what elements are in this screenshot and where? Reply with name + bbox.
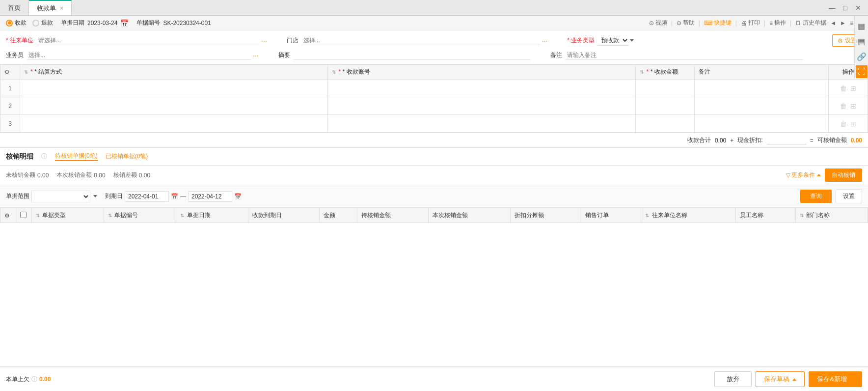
auto-writeoff-btn[interactable]: 自动核销 <box>825 168 862 182</box>
table-settings-icon[interactable]: ⚙ <box>4 69 10 76</box>
history-btn[interactable]: 🗒 历史单据 <box>795 19 826 27</box>
th-checkbox: ⚙ <box>0 208 16 223</box>
qf-settings-btn[interactable]: 设置 <box>836 189 862 203</box>
current-verif-field: 本次核销金额 0.00 <box>56 171 105 179</box>
sidebar-icon-4[interactable]: ⛶ <box>856 65 868 78</box>
cell-settlement-3[interactable] <box>20 115 328 133</box>
cell-settlement-1[interactable] <box>20 80 328 97</box>
counterpart-more-btn[interactable]: ··· <box>261 37 267 45</box>
delete-icon-3[interactable]: 🗑 <box>840 120 847 128</box>
sidebar-icon-1[interactable]: ▦ <box>856 20 867 33</box>
due-date-to-input[interactable] <box>188 191 232 202</box>
cell-account-2[interactable] <box>328 97 636 115</box>
help-btn[interactable]: ⊙ 帮助 <box>677 19 695 27</box>
bottom-info-icon[interactable]: ⓘ <box>31 375 37 384</box>
sidebar-icon-2[interactable]: ▤ <box>856 35 867 48</box>
cell-account-3[interactable] <box>328 115 636 133</box>
sort-icon-doc-type: ⇅ <box>36 213 40 218</box>
radio-refund[interactable]: 退款 <box>32 19 53 27</box>
summary-label: 摘要 <box>278 51 290 59</box>
range-select[interactable] <box>31 191 90 202</box>
verification-info-icon[interactable]: ⓘ <box>41 152 47 161</box>
tab-home[interactable]: 首页 <box>0 0 29 15</box>
abandon-btn[interactable]: 放弃 <box>714 371 752 387</box>
diff-value: 0.00 <box>139 172 150 179</box>
tab-done[interactable]: 已核销单据(0笔) <box>106 152 148 161</box>
radio-receipt[interactable]: 收款 <box>6 19 27 27</box>
salesperson-more-btn[interactable]: ··· <box>253 52 259 59</box>
select-all-checkbox[interactable] <box>20 212 27 218</box>
filter-right: ▽ 更多条件 自动核销 <box>786 168 862 182</box>
due-date-from-calendar-icon[interactable]: 📅 <box>171 193 178 200</box>
current-value: 0.00 <box>39 376 51 383</box>
due-date-to-calendar-icon[interactable]: 📅 <box>234 193 242 200</box>
cell-amount-3[interactable] <box>636 115 695 133</box>
shortcut-btn[interactable]: ⌨ 快捷键 <box>704 19 732 27</box>
current-label: 本单上欠 <box>6 375 29 384</box>
row-num-1: 1 <box>0 80 20 97</box>
salesperson-input[interactable] <box>27 51 251 60</box>
counterpart-input[interactable] <box>36 36 259 45</box>
print-btn[interactable]: 🖨 打印 <box>741 19 760 27</box>
nav-prev-btn[interactable]: ◄ <box>830 20 836 27</box>
radio-refund-label: 退款 <box>41 19 53 27</box>
tab-pending[interactable]: 待核销单据(0笔) <box>55 152 98 161</box>
tab-close-icon[interactable]: × <box>60 5 63 12</box>
window-maximize-btn[interactable]: □ <box>841 3 850 13</box>
store-more-btn[interactable]: ··· <box>542 37 548 45</box>
sort-icon-counterpart: ⇅ <box>645 213 649 218</box>
cell-note-2[interactable] <box>695 97 829 115</box>
operation-btn[interactable]: ≡ 操作 <box>769 19 786 27</box>
filter-icon: ▽ <box>786 172 790 179</box>
plus-sign: + <box>730 137 733 144</box>
window-minimize-btn[interactable]: — <box>826 3 839 13</box>
sort-icon-dept: ⇅ <box>800 213 804 218</box>
th-pending-amount: 待核销金额 <box>357 208 429 223</box>
note-label: 备注 <box>550 51 562 59</box>
discount-input[interactable] <box>767 136 806 144</box>
cell-settlement-2[interactable] <box>20 97 328 115</box>
date-calendar-icon[interactable]: 📅 <box>120 19 129 27</box>
date-label: 单据日期 <box>61 19 84 27</box>
divider3: | <box>735 20 737 27</box>
date-dash: — <box>180 193 186 200</box>
th-amount: ⇅ * * 收款金额 <box>636 65 695 80</box>
counterpart-label: * 往来单位 <box>6 36 33 45</box>
total-value: 0.00 <box>715 137 726 144</box>
cell-actions-2: 🗑 ⊞ <box>829 97 868 115</box>
copy-icon-1[interactable]: ⊞ <box>850 84 856 92</box>
note-input[interactable] <box>565 51 803 60</box>
date-field-group: 单据日期 2023-03-24 📅 <box>61 19 129 27</box>
cell-amount-1[interactable] <box>636 80 695 97</box>
query-btn[interactable]: 查询 <box>800 190 832 203</box>
due-date-from-input[interactable] <box>125 191 169 202</box>
sidebar-icon-3[interactable]: 🔗 <box>855 50 868 63</box>
copy-icon-2[interactable]: ⊞ <box>850 102 856 110</box>
cell-amount-2[interactable] <box>636 97 695 115</box>
copy-icon-3[interactable]: ⊞ <box>850 120 856 128</box>
summary-input[interactable] <box>293 51 531 60</box>
nav-next-btn[interactable]: ► <box>840 20 846 27</box>
store-input[interactable] <box>301 36 540 45</box>
table-row: 3 🗑 ⊞ <box>0 115 868 133</box>
delete-icon-2[interactable]: 🗑 <box>840 102 847 110</box>
number-value: SK-20230324-001 <box>163 20 211 27</box>
business-type-chevron <box>630 39 634 42</box>
table-settings-icon-verif[interactable]: ⚙ <box>4 212 10 219</box>
cell-note-3[interactable] <box>695 115 829 133</box>
delete-icon-1[interactable]: 🗑 <box>840 84 847 92</box>
video-btn[interactable]: ⊙ 视频 <box>649 19 667 27</box>
th-doc-type: ⇅ 单据类型 <box>32 208 104 223</box>
cell-note-1[interactable] <box>695 80 829 97</box>
tab-receipt[interactable]: 收款单 × <box>29 0 72 15</box>
due-date-label: 到期日 <box>105 192 123 200</box>
menu-btn[interactable]: ≡ <box>850 20 853 27</box>
business-type-select[interactable]: 预收款 <box>597 35 629 46</box>
window-close-btn[interactable]: ✕ <box>852 3 864 13</box>
save-draft-btn[interactable]: 保存草稿 <box>756 371 805 387</box>
cell-account-1[interactable] <box>328 80 636 97</box>
form-area: * 往来单位 ··· 门店 ··· * 业务类型 预收款 <box>0 30 868 64</box>
save-new-btn[interactable]: 保存&新增 <box>809 371 862 387</box>
main-container: 收款 退款 单据日期 2023-03-24 📅 单据编号 SK-20230324… <box>0 16 868 391</box>
more-conditions-btn[interactable]: ▽ 更多条件 <box>786 171 821 179</box>
